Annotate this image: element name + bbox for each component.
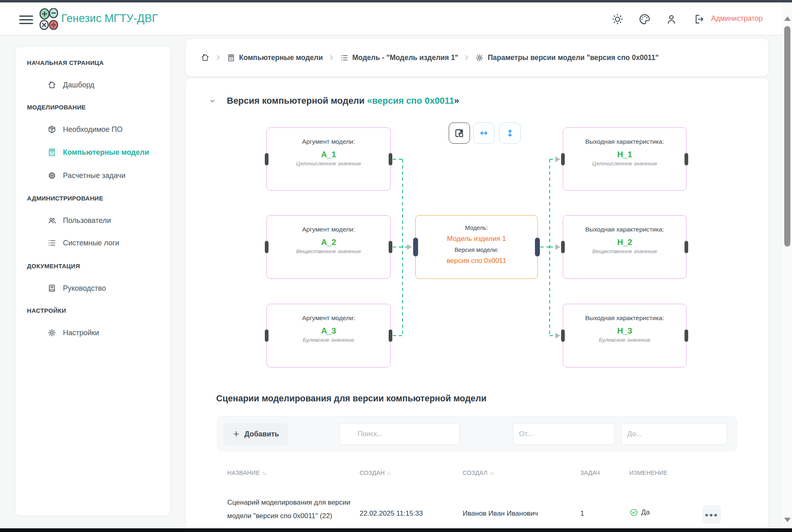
logout-icon[interactable] (692, 13, 705, 25)
breadcrumb-bar: Компьютерные модели Модель - "Модель изд… (186, 39, 768, 76)
breadcrumb: Компьютерные модели Модель - "Модель изд… (201, 39, 659, 76)
row-actions-button[interactable]: ●●● (702, 505, 721, 524)
search-input[interactable] (339, 423, 460, 445)
column-header-change: ИЗМЕНЕНИЕ (629, 470, 667, 476)
argument-node-a3[interactable]: Аргумент модели: А_3 Булевское значение (266, 304, 391, 367)
node-handle[interactable] (685, 241, 688, 253)
node-handle[interactable] (685, 153, 688, 165)
column-header-creator[interactable]: СОЗДАЛ↑↓ (463, 470, 493, 476)
sidebar-item-users[interactable]: Пользователи (16, 214, 170, 227)
sort-icon[interactable]: ↑↓ (490, 470, 493, 476)
output-node-h3[interactable]: Выходная характеристика: Н_3 Булевское з… (563, 304, 687, 367)
calculator-icon (47, 148, 56, 157)
chevron-right-icon (463, 53, 471, 62)
check-circle-icon (629, 508, 638, 517)
user-role-label[interactable]: Администратор (711, 2, 763, 35)
scenario-creator-cell: Иванов Иван Иванович (463, 510, 538, 518)
scenario-created-cell: 22.02.2025 11:15:33 (360, 510, 423, 518)
gear-icon (47, 328, 56, 337)
chevron-right-icon (327, 53, 336, 62)
node-handle[interactable] (561, 153, 565, 165)
list-icon (340, 53, 349, 62)
sidebar-item-computation-tasks[interactable]: Расчетные задачи (16, 169, 170, 183)
search-field-wrap (339, 423, 460, 445)
hamburger-menu-icon[interactable] (19, 16, 33, 24)
users-icon (47, 216, 56, 225)
package-icon (47, 125, 56, 134)
chevron-down-icon (208, 97, 217, 105)
sort-icon[interactable]: ↑↓ (262, 470, 266, 476)
sidebar-item-dashboard[interactable]: Дашборд (16, 78, 170, 92)
version-panel: Версия компьютерной модели «версия спо 0… (186, 78, 768, 532)
scrollbar-up-arrow[interactable] (784, 16, 791, 21)
gear-icon (475, 53, 484, 62)
sidebar-section-home: НАЧАЛЬНАЯ СТРАНИЦА (16, 56, 170, 69)
user-profile-icon[interactable] (665, 13, 678, 25)
sidebar-section-documentation: ДОКУМЕНТАЦИЯ (16, 259, 170, 273)
argument-node-a1[interactable]: Аргумент модели: А_1 Целочисленное значе… (266, 127, 391, 191)
model-node[interactable]: Модель: Модель изделия 1 Версия модели: … (415, 215, 538, 279)
column-header-created[interactable]: СОЗДАН↑↓ (360, 470, 390, 476)
app-title: Генезис МГТУ-ДВГ (61, 2, 158, 35)
sidebar-section-modeling: МОДЕЛИРОВАНИЕ (16, 100, 170, 114)
breadcrumb-item-model[interactable]: Модель - "Модель изделия 1" (340, 53, 459, 62)
output-node-h2[interactable]: Выходная характеристика: Н_2 Вещественно… (563, 215, 687, 279)
calculator-icon (227, 53, 235, 62)
sidebar-item-settings[interactable]: Настройки (16, 326, 170, 340)
column-header-tasks: ЗАДАЧ (580, 470, 600, 476)
chevron-right-icon (214, 53, 222, 62)
collapse-panel-button[interactable] (206, 95, 219, 107)
sort-icon[interactable]: ↑↓ (387, 470, 390, 476)
node-handle[interactable] (389, 329, 392, 342)
panel-title: Версия компьютерной модели «версия спо 0… (227, 96, 459, 106)
add-scenario-button[interactable]: Добавить (224, 423, 288, 445)
app-header: Генезис МГТУ-ДВГ Администратор (0, 2, 792, 35)
sidebar-item-computer-models[interactable]: Компьютерные модели (16, 145, 170, 159)
node-handle[interactable] (265, 329, 268, 342)
node-handle[interactable] (413, 238, 418, 256)
palette-icon[interactable] (638, 13, 651, 25)
plus-icon (232, 430, 240, 438)
scenarios-filterbar: Добавить (217, 416, 737, 451)
scenario-tasks-cell: 1 (580, 510, 584, 518)
home-icon (47, 80, 56, 89)
breadcrumb-item-version-params[interactable]: Параметры версии модели "версия спо 0x00… (475, 53, 658, 62)
node-handle[interactable] (561, 241, 565, 253)
node-handle[interactable] (265, 153, 268, 165)
argument-node-a2[interactable]: Аргумент модели: А_2 Вещественное значен… (266, 215, 391, 279)
scrollbar-thumb[interactable] (784, 26, 790, 247)
breadcrumb-home-icon[interactable] (201, 53, 210, 62)
sidebar-section-settings: НАСТРОЙКИ (16, 303, 170, 317)
sidebar-item-manual[interactable]: Руководство (16, 281, 170, 295)
list-icon (47, 238, 56, 247)
node-handle[interactable] (389, 153, 392, 165)
column-header-name[interactable]: НАЗВАНИЕ↑↓ (227, 470, 266, 476)
sidebar-section-administration: АДМИНИСТРИРОВАНИЕ (16, 191, 170, 205)
scrollbar-down-arrow[interactable] (784, 518, 791, 522)
node-handle[interactable] (535, 238, 540, 256)
node-handle[interactable] (265, 241, 268, 253)
book-icon (47, 284, 56, 293)
app-logo-math-icon (38, 8, 60, 30)
output-node-h1[interactable]: Выходная характеристика: Н_1 Целочисленн… (563, 127, 687, 191)
sidebar-nav: НАЧАЛЬНАЯ СТРАНИЦА Дашборд МОДЕЛИРОВАНИЕ… (16, 47, 170, 516)
sidebar-item-system-logs[interactable]: Системные логи (16, 236, 170, 250)
page-scrollbar[interactable] (783, 2, 792, 528)
theme-toggle-icon[interactable] (611, 13, 624, 25)
scenario-change-cell: Да (629, 508, 650, 517)
date-to-input[interactable] (621, 423, 727, 445)
chip-icon (47, 171, 56, 180)
breadcrumb-item-computer-models[interactable]: Компьютерные модели (227, 53, 323, 62)
scenarios-heading: Сценарии моделирования для версии компью… (216, 394, 486, 404)
scenario-name-cell[interactable]: Сценарий моделирования для версии модели… (227, 496, 351, 523)
sidebar-item-required-software[interactable]: Необходимое ПО (16, 122, 170, 136)
window-bottom-strip (0, 528, 792, 532)
date-from-input[interactable] (513, 423, 615, 445)
version-name-highlight: «версия спо 0x0011 (367, 96, 454, 106)
node-handle[interactable] (389, 241, 392, 253)
node-handle[interactable] (685, 329, 688, 342)
node-handle[interactable] (561, 329, 565, 342)
